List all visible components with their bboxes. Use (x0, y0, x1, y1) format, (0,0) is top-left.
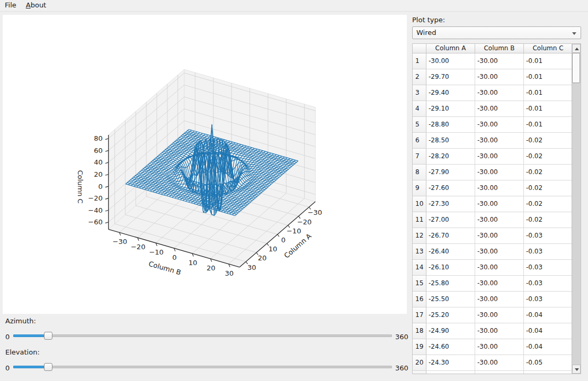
table-corner-cell[interactable] (413, 44, 426, 53)
cell-column-c[interactable]: -0.02 (524, 180, 573, 196)
cell-column-b[interactable]: -30.00 (475, 165, 524, 180)
cell-column-a[interactable]: -25.80 (426, 276, 475, 292)
cell-column-c[interactable]: -0.01 (524, 53, 573, 69)
cell-column-a[interactable]: -28.50 (426, 133, 475, 149)
row-number-cell[interactable]: 18 (413, 323, 426, 339)
elevation-slider-handle[interactable] (44, 363, 52, 371)
row-number-cell[interactable]: 13 (413, 244, 426, 260)
cell-column-a[interactable]: -29.10 (426, 101, 475, 117)
row-number-cell[interactable]: 20 (413, 355, 426, 371)
cell-column-a[interactable]: -27.00 (426, 212, 475, 228)
cell-column-c[interactable]: -0.04 (524, 339, 573, 355)
row-number-cell[interactable]: 9 (413, 180, 426, 196)
cell-column-a[interactable]: -26.70 (426, 228, 475, 244)
cell-column-c[interactable]: -0.03 (524, 228, 573, 244)
row-number-cell[interactable]: 8 (413, 165, 426, 180)
cell-column-b[interactable]: -30.00 (475, 307, 524, 323)
cell-column-b[interactable]: -30.00 (475, 292, 524, 307)
row-number-cell[interactable]: 12 (413, 228, 426, 244)
cell-column-c[interactable]: -0.03 (524, 292, 573, 307)
cell-column-a[interactable]: -29.70 (426, 69, 475, 85)
plot-type-combobox[interactable]: Wired (412, 26, 581, 39)
cell-column-c[interactable]: -0.02 (524, 133, 573, 149)
cell-column-c[interactable]: -0.01 (524, 101, 573, 117)
column-header-c[interactable]: Column C (524, 44, 573, 53)
azimuth-slider-handle[interactable] (44, 332, 52, 340)
row-number-cell[interactable]: 1 (413, 53, 426, 69)
cell-column-b[interactable]: -30.00 (475, 276, 524, 292)
vertical-scrollbar[interactable] (572, 44, 581, 374)
elevation-slider[interactable] (13, 366, 392, 368)
cell-column-b[interactable]: -30.00 (475, 244, 524, 260)
cell-column-b[interactable]: -30.00 (475, 212, 524, 228)
cell-column-a[interactable]: -26.10 (426, 260, 475, 276)
cell-column-a[interactable]: -25.20 (426, 307, 475, 323)
column-header-b[interactable]: Column B (475, 44, 524, 53)
menu-item-file[interactable]: File (0, 0, 21, 11)
cell-column-a[interactable]: -26.40 (426, 244, 475, 260)
row-number-cell[interactable]: 15 (413, 276, 426, 292)
figure-canvas[interactable]: −60−40−20020406080−30−20−100102030−30−20… (3, 15, 407, 314)
cell-column-b[interactable]: -30.00 (475, 228, 524, 244)
cell-column-c[interactable]: -0.04 (524, 323, 573, 339)
cell-column-b[interactable]: -30.00 (475, 101, 524, 117)
cell-column-b[interactable]: -30.00 (475, 355, 524, 371)
cell-column-b[interactable]: -30.00 (475, 117, 524, 133)
row-number-cell[interactable]: 14 (413, 260, 426, 276)
cell-column-c[interactable]: -0.02 (524, 196, 573, 212)
row-number-cell[interactable]: 11 (413, 212, 426, 228)
row-number-cell[interactable]: 17 (413, 307, 426, 323)
cell-column-b[interactable]: -30.00 (475, 85, 524, 101)
cell-column-a[interactable]: -25.50 (426, 292, 475, 307)
cell-column-c[interactable]: -0.03 (524, 260, 573, 276)
cell-column-b[interactable]: -30.00 (475, 339, 524, 355)
row-number-cell[interactable]: 19 (413, 339, 426, 355)
cell-column-c[interactable]: -0.03 (524, 244, 573, 260)
cell-column-a[interactable]: -24.60 (426, 339, 475, 355)
cell-column-b[interactable]: -30.00 (475, 180, 524, 196)
cell-column-a[interactable]: -27.60 (426, 180, 475, 196)
row-number-cell[interactable]: 5 (413, 117, 426, 133)
scrollbar-thumb[interactable] (572, 53, 580, 83)
cell-column-b[interactable]: -30.00 (475, 149, 524, 165)
cell-column-c[interactable]: -0.02 (524, 149, 573, 165)
row-number-cell[interactable]: 2 (413, 69, 426, 85)
cell-column-a[interactable]: -28.20 (426, 149, 475, 165)
cell-column-c[interactable]: -0.05 (524, 355, 573, 371)
row-number-cell[interactable]: 7 (413, 149, 426, 165)
row-number-cell[interactable]: 6 (413, 133, 426, 149)
cell-column-c[interactable]: -0.02 (524, 165, 573, 180)
cell-column-b[interactable]: -30.00 (475, 53, 524, 69)
cell[interactable] (524, 371, 573, 374)
azimuth-slider[interactable] (13, 334, 392, 337)
row-number-cell[interactable]: 4 (413, 101, 426, 117)
cell-column-c[interactable]: -0.01 (524, 69, 573, 85)
scroll-down-button[interactable] (572, 365, 581, 374)
cell-column-c[interactable]: -0.03 (524, 276, 573, 292)
cell-column-a[interactable]: -24.90 (426, 323, 475, 339)
cell-column-c[interactable]: -0.02 (524, 212, 573, 228)
cell-column-a[interactable]: -29.40 (426, 85, 475, 101)
cell-column-a[interactable]: -30.00 (426, 53, 475, 69)
column-header-a[interactable]: Column A (426, 44, 475, 53)
row-number-cell[interactable]: 3 (413, 85, 426, 101)
row-number-cell[interactable]: 16 (413, 292, 426, 307)
cell-column-c[interactable]: -0.04 (524, 307, 573, 323)
cell-column-a[interactable]: -24.30 (426, 355, 475, 371)
row-number-cell[interactable] (413, 371, 426, 374)
cell[interactable] (426, 371, 475, 374)
cell[interactable] (475, 371, 524, 374)
cell-column-a[interactable]: -28.80 (426, 117, 475, 133)
cell-column-b[interactable]: -30.00 (475, 260, 524, 276)
scroll-up-button[interactable] (572, 44, 581, 53)
menu-item-about[interactable]: About (21, 0, 51, 11)
cell-column-a[interactable]: -27.30 (426, 196, 475, 212)
cell-column-b[interactable]: -30.00 (475, 323, 524, 339)
cell-column-b[interactable]: -30.00 (475, 69, 524, 85)
cell-column-c[interactable]: -0.01 (524, 117, 573, 133)
cell-column-c[interactable]: -0.01 (524, 85, 573, 101)
row-number-cell[interactable]: 10 (413, 196, 426, 212)
cell-column-b[interactable]: -30.00 (475, 133, 524, 149)
cell-column-b[interactable]: -30.00 (475, 196, 524, 212)
cell-column-a[interactable]: -27.90 (426, 165, 475, 180)
